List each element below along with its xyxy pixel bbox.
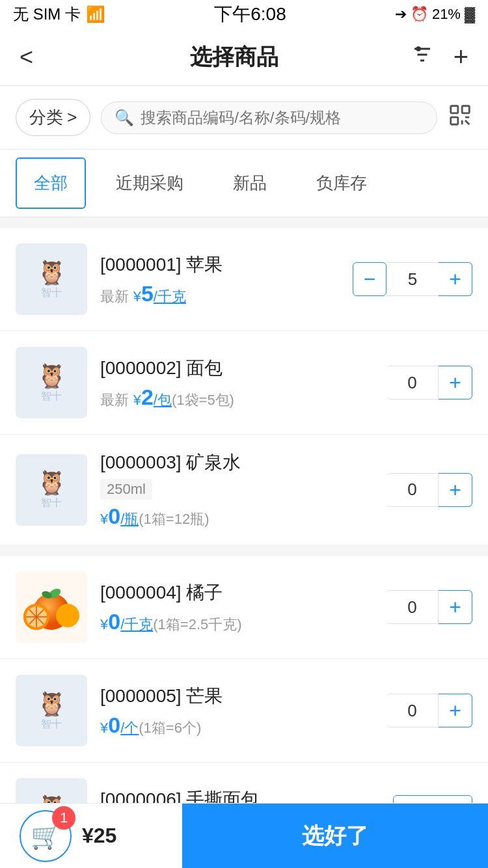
product-spec: 250ml xyxy=(100,479,152,500)
svg-point-3 xyxy=(416,47,420,50)
qty-input[interactable] xyxy=(386,694,439,727)
placeholder-icon: 🦉 xyxy=(37,259,66,286)
svg-rect-4 xyxy=(451,105,458,113)
qty-input[interactable] xyxy=(386,473,439,507)
placeholder-label: 智十 xyxy=(41,496,62,510)
battery-text: 21% xyxy=(432,6,461,23)
product-info: [0000001] 苹果 最新 ¥5/千克 xyxy=(100,252,340,306)
tab-all[interactable]: 全部 xyxy=(16,157,86,209)
svg-line-10 xyxy=(465,120,469,124)
price-value: 0 xyxy=(108,609,120,634)
qty-input[interactable] xyxy=(386,590,439,624)
qty-increase-button[interactable]: + xyxy=(439,694,472,727)
product-item: 🦉 智十 [0000003] 矿泉水 250ml ¥0/瓶(1箱=12瓶) + xyxy=(0,435,488,545)
status-right: ➔ ⏰ 21% ▓ xyxy=(395,6,475,23)
confirm-button[interactable]: 选好了 xyxy=(182,804,488,869)
add-icon[interactable]: + xyxy=(454,42,468,72)
price-extra: (1袋=5包) xyxy=(172,392,234,408)
product-name: [0000003] 矿泉水 xyxy=(100,450,373,475)
tab-new[interactable]: 新品 xyxy=(213,157,286,209)
svg-point-16 xyxy=(56,604,79,627)
search-box: 🔍 xyxy=(101,102,437,134)
svg-rect-5 xyxy=(462,105,469,113)
product-info: [0000005] 芒果 ¥0/个(1箱=6个) xyxy=(100,684,373,738)
price-yen: ¥ xyxy=(100,511,108,527)
tab-recent[interactable]: 近期采购 xyxy=(96,157,203,209)
alarm-icon: ⏰ xyxy=(411,6,428,23)
product-info: [0000002] 面包 最新 ¥2/包(1袋=5包) xyxy=(100,356,373,410)
price-extra: (1箱=2.5千克) xyxy=(153,616,241,632)
product-price: ¥0/个(1箱=6个) xyxy=(100,712,373,738)
nav-actions: + xyxy=(411,42,468,72)
product-name: [0000001] 苹果 xyxy=(100,252,340,277)
qty-input[interactable] xyxy=(386,262,439,296)
tabs-bar: 全部 近期采购 新品 负库存 xyxy=(0,150,488,217)
price-value: 0 xyxy=(108,504,120,528)
category-button[interactable]: 分类 > xyxy=(16,99,90,136)
product-list: 🦉 智十 [0000001] 苹果 最新 ¥5/千克 − + 🦉 智十 [000… xyxy=(0,228,488,868)
qty-control: − + xyxy=(353,262,472,296)
search-input[interactable] xyxy=(141,109,424,127)
svg-rect-6 xyxy=(451,117,458,124)
status-bar: 无 SIM 卡 📶 下午6:08 ➔ ⏰ 21% ▓ xyxy=(0,0,488,29)
placeholder-label: 智十 xyxy=(41,390,62,403)
carrier-text: 无 SIM 卡 xyxy=(13,4,81,25)
price-yen: ¥ xyxy=(100,720,108,736)
qty-increase-button[interactable]: + xyxy=(439,262,472,296)
qty-increase-button[interactable]: + xyxy=(439,473,472,507)
price-yen: ¥ xyxy=(133,288,141,305)
scan-icon[interactable] xyxy=(448,103,472,133)
price-latest-label: 最新 xyxy=(100,392,129,408)
cart-total: ¥25 xyxy=(82,824,116,848)
bottom-bar: 🛒 1 ¥25 选好了 xyxy=(0,803,488,868)
price-value: 0 xyxy=(108,712,120,737)
price-unit: /千克 xyxy=(154,288,186,305)
cart-badge: 1 xyxy=(52,806,75,830)
placeholder-icon: 🦉 xyxy=(37,362,66,390)
category-label: 分类 xyxy=(29,106,63,129)
battery-icon: ▓ xyxy=(465,6,475,23)
product-item: 🦉 智十 [0000002] 面包 最新 ¥2/包(1袋=5包) + xyxy=(0,331,488,435)
location-icon: ➔ xyxy=(395,6,407,23)
status-time: 下午6:08 xyxy=(214,2,286,27)
price-unit: /瓶 xyxy=(120,511,139,527)
divider xyxy=(0,545,488,556)
product-thumbnail xyxy=(16,571,87,643)
cart-button[interactable]: 🛒 1 xyxy=(20,810,72,862)
filter-icon[interactable] xyxy=(411,43,434,72)
qty-control: + xyxy=(386,590,472,624)
qty-decrease-button[interactable]: − xyxy=(353,262,386,296)
price-unit: /包 xyxy=(154,392,172,408)
price-unit: /个 xyxy=(120,720,139,736)
price-yen: ¥ xyxy=(133,392,141,408)
product-thumbnail: 🦉 智十 xyxy=(16,454,87,526)
nav-bar: < 选择商品 + xyxy=(0,29,488,86)
placeholder-label: 智十 xyxy=(41,718,62,731)
cart-area: 🛒 1 ¥25 xyxy=(0,810,182,862)
qty-input[interactable] xyxy=(386,366,439,400)
product-name: [0000004] 橘子 xyxy=(100,580,373,605)
product-item: 🦉 智十 [0000005] 芒果 ¥0/个(1箱=6个) + xyxy=(0,659,488,763)
price-yen: ¥ xyxy=(100,616,108,632)
price-extra: (1箱=6个) xyxy=(139,720,201,736)
qty-control: + xyxy=(386,366,472,400)
product-name: [0000002] 面包 xyxy=(100,356,373,381)
category-chevron-icon: > xyxy=(67,107,77,128)
product-thumbnail: 🦉 智十 xyxy=(16,347,87,418)
status-left: 无 SIM 卡 📶 xyxy=(13,4,105,25)
qty-control: + xyxy=(386,473,472,507)
qty-increase-button[interactable]: + xyxy=(439,590,472,624)
product-item: 🦉 智十 [0000001] 苹果 最新 ¥5/千克 − + xyxy=(0,228,488,331)
product-info: [0000004] 橘子 ¥0/千克(1箱=2.5千克) xyxy=(100,580,373,634)
page-title: 选择商品 xyxy=(190,42,278,72)
product-info: [0000003] 矿泉水 250ml ¥0/瓶(1箱=12瓶) xyxy=(100,450,373,529)
qty-increase-button[interactable]: + xyxy=(439,366,472,400)
tab-negative[interactable]: 负库存 xyxy=(297,157,386,209)
back-button[interactable]: < xyxy=(20,44,59,71)
price-latest-label: 最新 xyxy=(100,288,129,305)
qty-control: + xyxy=(386,694,472,727)
price-extra: (1箱=12瓶) xyxy=(139,511,209,527)
divider xyxy=(0,217,488,228)
product-price: ¥0/千克(1箱=2.5千克) xyxy=(100,609,373,634)
search-icon: 🔍 xyxy=(115,109,134,127)
